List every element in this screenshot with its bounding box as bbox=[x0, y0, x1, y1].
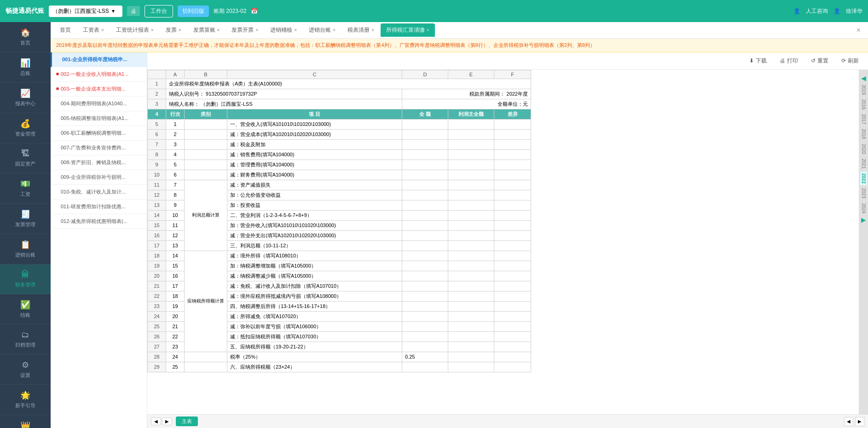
left-panel-label-010: 010-免税、减计收入及加计... bbox=[61, 188, 126, 195]
period-label: 账期 2023-02 bbox=[214, 7, 246, 15]
refresh-button[interactable]: ⟳ 刷新 bbox=[838, 55, 862, 67]
close-all-tabs[interactable]: × bbox=[853, 26, 864, 34]
switch-old-button[interactable]: 切到旧版 bbox=[178, 6, 209, 17]
taxpayer-name-cell: 纳税人名称： （勿删）江西服宝-LSS bbox=[166, 99, 402, 109]
close-income-tax-tab[interactable]: × bbox=[427, 28, 429, 33]
sidebar-item-settings[interactable]: ⚙ 设置 bbox=[0, 354, 51, 385]
sidebar-item-finance[interactable]: 💰 资金管理 bbox=[0, 113, 51, 143]
warning-text: 2019年度步及取以前年度结转数据的申报表单元格需要手工维护正确，才能保证本年及… bbox=[56, 42, 595, 48]
user-icon: 👤 bbox=[833, 8, 840, 14]
scroll-right-btn[interactable]: ▶ bbox=[855, 417, 864, 426]
left-panel-item-010[interactable]: 010-免税、减计收入及加计... bbox=[51, 185, 147, 200]
tab-invoice-calc[interactable]: 发票算账× bbox=[188, 23, 226, 37]
tab-tax-list[interactable]: 税表清册× bbox=[342, 23, 380, 37]
left-panel-label-007: 007-广告费和业务宣传费跨... bbox=[61, 144, 126, 151]
sheet-next-arrow[interactable]: ▶ bbox=[162, 417, 172, 425]
year-2024[interactable]: 2024 bbox=[860, 201, 867, 215]
print-icon-btn[interactable]: 🖨 bbox=[127, 6, 140, 16]
close-payroll-stats-tab[interactable]: × bbox=[151, 28, 154, 33]
year-2023[interactable]: 2023 bbox=[860, 186, 867, 200]
dot-008 bbox=[56, 161, 59, 164]
year-2020[interactable]: 2020 bbox=[860, 142, 867, 156]
download-button[interactable]: ⬇ 下载 bbox=[746, 55, 770, 67]
consultant-label[interactable]: 人工咨询 bbox=[806, 7, 828, 15]
left-panel-item-002[interactable]: 002-一般企业收入明细表(A1... bbox=[51, 67, 147, 82]
workspace-button[interactable]: 工作台 bbox=[145, 5, 173, 17]
close-invoice-open-tab[interactable]: × bbox=[255, 28, 258, 33]
sidebar-item-reports[interactable]: 📈 报表中心 bbox=[0, 83, 51, 113]
tab-purchase-ledger-label: 进销台账 bbox=[309, 26, 331, 34]
purchasesale-icon: 📋 bbox=[20, 240, 30, 250]
close-purchase-audit-tab[interactable]: × bbox=[294, 28, 297, 33]
left-panel-item-004[interactable]: 004-期间费用明细表(A1040... bbox=[51, 97, 147, 111]
left-panel-item-012[interactable]: 012-减免所得税优惠明细表(... bbox=[51, 214, 147, 229]
tab-invoice-open[interactable]: 发票开票× bbox=[226, 23, 264, 37]
currency-label: 全额单位：元 bbox=[498, 101, 528, 107]
tab-home-label: 首页 bbox=[60, 26, 71, 34]
close-invoice-tab[interactable]: × bbox=[179, 28, 181, 33]
left-panel-item-005[interactable]: 005-纳税调整项目明细表(A1... bbox=[51, 111, 147, 126]
left-panel-label-012: 012-减免所得税优惠明细表(... bbox=[61, 218, 127, 225]
row-num-2: 2 bbox=[148, 89, 166, 99]
year-2022[interactable]: 2022 bbox=[860, 171, 867, 185]
tab-payroll-stats-label: 工资统计报表 bbox=[116, 26, 149, 34]
tab-invoice-calc-label: 发票算账 bbox=[193, 26, 215, 34]
left-panel-item-008[interactable]: 008-资产折旧、摊销及纳税... bbox=[51, 155, 147, 170]
tab-home[interactable]: 首页 bbox=[54, 23, 76, 37]
print-button[interactable]: 🖨 打印 bbox=[776, 55, 802, 67]
corner-header bbox=[148, 70, 166, 79]
sheet-prev-arrow[interactable]: ◀ bbox=[151, 417, 161, 425]
tab-payroll-stats[interactable]: 工资统计报表× bbox=[110, 23, 159, 37]
reset-button[interactable]: ↺ 重置 bbox=[807, 55, 832, 67]
close-payroll-tab[interactable]: × bbox=[101, 28, 104, 33]
reports-icon: 📈 bbox=[20, 88, 30, 98]
left-panel-item-006[interactable]: 006-职工薪酬纳税调整明细... bbox=[51, 126, 147, 141]
sidebar-item-purchasesale[interactable]: 📋 进销台账 bbox=[0, 234, 51, 264]
sidebar-item-payroll[interactable]: 💵 工资 bbox=[0, 173, 51, 204]
year-2017[interactable]: 2017 bbox=[860, 112, 867, 126]
left-panel-item-003[interactable]: 003-一般企业成本支出明细... bbox=[51, 82, 147, 97]
scroll-left-btn[interactable]: ◀ bbox=[844, 417, 853, 426]
year-2019[interactable]: 2019 bbox=[860, 83, 867, 97]
tab-purchase-audit[interactable]: 进销稽核× bbox=[265, 23, 302, 37]
sidebar-label-ledger: 总账 bbox=[20, 70, 30, 77]
year-2016[interactable]: 2016 bbox=[860, 97, 867, 111]
company-selector[interactable]: （勿删）江西服宝-LSS ▾ bbox=[49, 6, 122, 17]
sidebar-item-ledger[interactable]: 📊 总账 bbox=[0, 52, 51, 83]
table-row: 18 14 应纳税所得额计算 减：境外所得（填写A108010） bbox=[148, 251, 531, 261]
close-invoice-calc-tab[interactable]: × bbox=[217, 28, 220, 33]
username-label[interactable]: 徐泽华 bbox=[846, 7, 862, 15]
table-row: 11 7 利润总额计算 减：资产减值损失 bbox=[148, 180, 531, 190]
tab-invoice-open-label: 发票开票 bbox=[231, 26, 254, 34]
sidebar-item-invoice[interactable]: 🧾 发票管理 bbox=[0, 204, 51, 234]
year-2018[interactable]: 2018 bbox=[860, 127, 867, 141]
sidebar-item-closing[interactable]: ✅ 结账 bbox=[0, 294, 51, 325]
expand-down-icon[interactable]: ▶ bbox=[861, 216, 866, 223]
close-tax-list-tab[interactable]: × bbox=[371, 28, 374, 33]
expand-timeline-icon[interactable]: ◀ bbox=[861, 74, 866, 82]
sidebar-item-member[interactable]: 👑 畅会员 bbox=[0, 415, 51, 428]
left-panel-item-009[interactable]: 009-企业所得税弥补亏损明... bbox=[51, 170, 147, 185]
tax-period-cell: 税款所属期间： 2022年度 bbox=[402, 89, 531, 99]
sidebar-label-tax: 税务管理 bbox=[15, 281, 35, 288]
table-row: 28 24 税率（25%） 0.25 bbox=[148, 352, 531, 362]
tab-income-tax[interactable]: 所得税汇算清缴× bbox=[381, 23, 435, 37]
settings-icon: ⚙ bbox=[22, 360, 29, 370]
tab-invoice[interactable]: 发票× bbox=[160, 23, 187, 37]
left-panel-item-011[interactable]: 011-研发费用加计扣除优惠... bbox=[51, 200, 147, 214]
member-icon: 👑 bbox=[20, 421, 30, 428]
left-panel-item-007[interactable]: 007-广告费和业务宣传费跨... bbox=[51, 141, 147, 155]
tab-payroll[interactable]: 工资表× bbox=[77, 23, 110, 37]
sidebar-item-tax[interactable]: 🏛 税务管理 bbox=[0, 264, 51, 294]
sidebar-item-assets[interactable]: 🏗 固定资产 bbox=[0, 143, 51, 173]
sidebar-item-archive[interactable]: 🗂 归档管理 bbox=[0, 325, 51, 354]
tax-period-label: 税款所属期间： bbox=[469, 91, 505, 97]
sidebar-item-guide[interactable]: 🌟 新手引导 bbox=[0, 385, 51, 415]
close-purchase-ledger-tab[interactable]: × bbox=[333, 28, 336, 33]
sheet-tab-main[interactable]: 主表 bbox=[176, 417, 198, 426]
left-panel-item-001[interactable]: 001-企业所得税年度纳税申... bbox=[51, 52, 147, 67]
year-2021[interactable]: 2021 bbox=[860, 157, 867, 171]
sidebar-item-home[interactable]: 🏠 首页 bbox=[0, 22, 51, 52]
header-xiangmu: 项 目 bbox=[227, 109, 402, 119]
tab-purchase-ledger[interactable]: 进销台账× bbox=[303, 23, 341, 37]
